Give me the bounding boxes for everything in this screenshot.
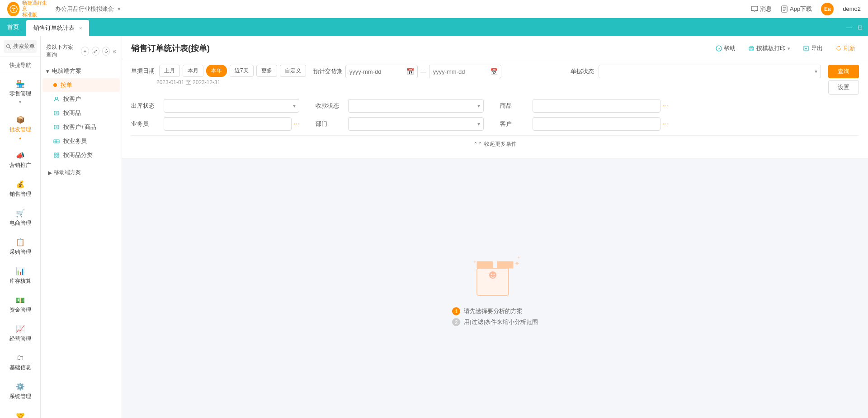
message-icon bbox=[751, 5, 758, 13]
payment-status-select-wrapper: ▾ bbox=[348, 99, 484, 113]
sidebar-item-system[interactable]: ⚙️ 系统管理 bbox=[2, 378, 38, 405]
svg-rect-14 bbox=[54, 125, 59, 129]
sidebar-item-marketing[interactable]: 📣 营销推广 bbox=[2, 147, 38, 174]
panel-collapse-button[interactable]: « bbox=[113, 48, 116, 55]
delivery-date-end-wrapper: 📅 bbox=[429, 65, 501, 78]
left-panel: 按以下方案查询 + « ▾ 电脑端方案 按单 bbox=[41, 36, 122, 418]
export-icon bbox=[803, 45, 809, 52]
sidebar-item-basic[interactable]: 🗂 基础信息 bbox=[2, 349, 38, 376]
tab-window-controls: — ⊡ bbox=[841, 24, 868, 31]
system-icon: ⚙️ bbox=[16, 382, 25, 391]
sidebar-item-retail[interactable]: 🏪 零售管理 ▾ bbox=[2, 75, 38, 109]
logo-icon bbox=[7, 2, 19, 16]
logo: 畅捷通好生意 标准版 bbox=[7, 0, 48, 18]
panel-header-title: 按以下方案查询 bbox=[46, 43, 78, 59]
this-month-button[interactable]: 本月 bbox=[183, 65, 203, 77]
tab-home[interactable]: 首页 bbox=[0, 18, 26, 36]
breadcrumb-dropdown-icon[interactable]: ▾ bbox=[118, 5, 121, 12]
content-area: 按以下方案查询 + « ▾ 电脑端方案 按单 bbox=[41, 36, 868, 418]
sidebar-item-purchase[interactable]: 📋 采购管理 bbox=[2, 233, 38, 261]
print-button[interactable]: 按模板打印 ▾ bbox=[745, 43, 794, 54]
svg-point-10 bbox=[56, 97, 58, 100]
tab-sales-order-stats[interactable]: 销售订单统计表 × bbox=[26, 20, 89, 36]
svg-text:?: ? bbox=[718, 47, 720, 51]
scheme-item-by-customer-goods[interactable]: 按客户+商品 bbox=[42, 120, 120, 134]
quick-nav-area: 快捷导航 bbox=[0, 57, 40, 74]
tab-expand-icon[interactable]: ⊡ bbox=[858, 24, 863, 31]
payment-status-select[interactable] bbox=[348, 99, 484, 113]
settings-button[interactable]: 设置 bbox=[828, 80, 859, 95]
collapse-button[interactable]: ⌃⌃ 收起更多条件 bbox=[468, 138, 522, 150]
user-name[interactable]: demo2 bbox=[843, 5, 861, 12]
mobile-group-arrow-icon: ▶ bbox=[48, 170, 52, 176]
messages-button[interactable]: 消息 bbox=[751, 5, 772, 13]
last7days-button[interactable]: 近7天 bbox=[230, 65, 254, 77]
salesman-input[interactable] bbox=[164, 117, 292, 131]
svg-text:✦: ✦ bbox=[472, 259, 477, 265]
export-button[interactable]: 导出 bbox=[799, 43, 826, 54]
logo-text: 畅捷通好生意 标准版 bbox=[22, 0, 48, 18]
sidebar-item-operation[interactable]: 📈 经营管理 bbox=[2, 320, 38, 347]
empty-hint-2: 2 用[过滤]条件来缩小分析范围 bbox=[452, 318, 538, 326]
scheme-item-by-customer[interactable]: 按客户 bbox=[42, 92, 120, 106]
scheme-group-mobile-header[interactable]: ▶ 移动端方案 bbox=[41, 166, 122, 179]
goods-more-icon[interactable]: ··· bbox=[662, 102, 668, 110]
filter-row-2: 出库状态 ▾ 收款状态 ▾ 商品 bbox=[131, 99, 859, 113]
sidebar-item-enterprise[interactable]: 🤝 企业协同 bbox=[2, 407, 38, 418]
sidebar-item-sales[interactable]: 💰 销售管理 bbox=[2, 176, 38, 203]
action-buttons: 查询 设置 bbox=[828, 65, 859, 95]
wholesale-arrow-icon: ▴ bbox=[19, 135, 21, 140]
quick-nav-button[interactable]: 快捷导航 bbox=[0, 59, 40, 72]
dept-label: 部门 bbox=[316, 120, 341, 128]
last-month-button[interactable]: 上月 bbox=[159, 65, 180, 77]
calendar-start-icon[interactable]: 📅 bbox=[406, 68, 414, 75]
custom-date-button[interactable]: 自定义 bbox=[280, 65, 306, 77]
edit-scheme-button[interactable] bbox=[92, 47, 99, 56]
customer-input[interactable] bbox=[533, 117, 660, 131]
sidebar-search-area: 搜索菜单 bbox=[0, 36, 40, 57]
inventory-icon: 📊 bbox=[16, 267, 25, 276]
search-menu-button[interactable]: 搜索菜单 bbox=[4, 40, 37, 53]
calendar-end-icon[interactable]: 📅 bbox=[490, 68, 498, 75]
scheme-item-by-category[interactable]: 按商品分类 bbox=[42, 148, 120, 162]
page-header: 销售订单统计表(按单) ? 帮助 按模板打印 ▾ 导出 bbox=[122, 36, 868, 59]
scheme-item-by-order[interactable]: 按单 bbox=[42, 78, 120, 92]
dept-select[interactable] bbox=[348, 117, 484, 131]
print-dropdown-icon[interactable]: ▾ bbox=[788, 46, 790, 52]
refresh-button[interactable]: 刷新 bbox=[832, 43, 859, 54]
add-scheme-button[interactable]: + bbox=[81, 47, 89, 56]
sidebar-item-finance[interactable]: 💵 资金管理 bbox=[2, 291, 38, 318]
category-scheme-icon bbox=[53, 152, 60, 158]
tab-close-icon[interactable]: × bbox=[79, 25, 82, 31]
query-button[interactable]: 查询 bbox=[828, 65, 859, 78]
marketing-icon: 📣 bbox=[16, 151, 25, 160]
help-icon: ? bbox=[716, 45, 722, 52]
sidebar-item-wholesale[interactable]: 📦 批发管理 ▴ bbox=[2, 111, 38, 145]
scheme-item-by-goods[interactable]: 按商品 bbox=[42, 106, 120, 120]
bill-status-select[interactable] bbox=[599, 65, 821, 78]
help-button[interactable]: ? 帮助 bbox=[712, 43, 739, 54]
refresh-scheme-button[interactable] bbox=[102, 47, 110, 56]
svg-point-0 bbox=[10, 5, 17, 13]
retail-icon: 🏪 bbox=[16, 80, 25, 88]
goods-input[interactable] bbox=[533, 99, 660, 113]
header-actions: ? 帮助 按模板打印 ▾ 导出 刷新 bbox=[712, 43, 859, 54]
tab-minimize-icon[interactable]: — bbox=[846, 24, 852, 31]
ship-status-select[interactable] bbox=[164, 99, 299, 113]
scheme-item-by-salesman[interactable]: 按业务员 bbox=[42, 134, 120, 148]
svg-rect-21 bbox=[54, 153, 56, 155]
bill-status-select-wrapper: ▾ bbox=[599, 65, 821, 78]
mobile-group-label: 移动端方案 bbox=[54, 169, 81, 176]
page-title: 销售订单统计表(按单) bbox=[131, 43, 712, 54]
sidebar-item-ecommerce[interactable]: 🛒 电商管理 bbox=[2, 204, 38, 232]
payment-status-label: 收款状态 bbox=[316, 102, 341, 110]
this-year-button[interactable]: 本年 bbox=[206, 65, 227, 77]
customer-more-icon[interactable]: ··· bbox=[662, 120, 668, 128]
salesman-more-icon[interactable]: ··· bbox=[293, 120, 299, 128]
dept-select-wrapper: ▾ bbox=[348, 117, 484, 131]
sidebar-item-inventory[interactable]: 📊 库存核算 bbox=[2, 262, 38, 290]
scheme-group-pc-header[interactable]: ▾ 电脑端方案 bbox=[41, 64, 122, 78]
more-date-button[interactable]: 更多 bbox=[256, 65, 277, 77]
empty-illustration: ✦ ✦ ✦ bbox=[463, 250, 527, 300]
app-download-button[interactable]: App下载 bbox=[781, 5, 812, 13]
